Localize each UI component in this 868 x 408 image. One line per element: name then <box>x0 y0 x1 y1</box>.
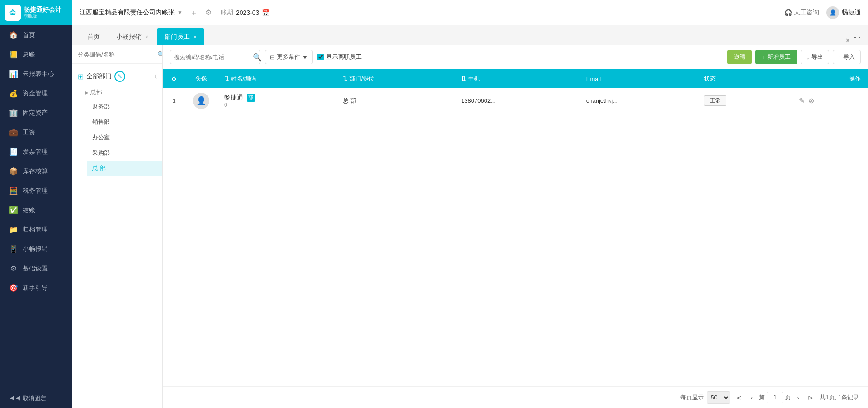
sidebar-label-6: 发票管理 <box>23 148 48 156</box>
expand-tabs-button[interactable]: ⛶ <box>854 37 861 45</box>
avatar: 👤 <box>826 6 839 19</box>
export-button[interactable]: ↓ 导出 <box>801 50 829 64</box>
table-row: 1 👤 畅捷通 部 0 总 部 <box>163 88 868 114</box>
tab-department-close[interactable]: × <box>193 34 197 40</box>
sidebar-item-3[interactable]: 💰资金管理 <box>0 84 72 103</box>
service-button[interactable]: 🎧 人工咨询 <box>784 9 819 17</box>
company-selector[interactable]: 江西服宝精品有限责任公司内账张 ▼ <box>80 9 183 17</box>
sidebar-item-8[interactable]: 🧮税务管理 <box>0 181 72 200</box>
topbar-right: 🎧 人工咨询 👤 畅捷通 <box>784 6 861 19</box>
dept-all-button[interactable]: ⊞ 全部部门 ✎ 《 <box>72 67 162 85</box>
th-phone[interactable]: ⇅ 手机 <box>454 69 579 88</box>
sidebar-label-9: 结账 <box>23 206 35 214</box>
th-avatar: 头像 <box>185 69 217 88</box>
dept-collapse-button[interactable]: 《 <box>151 73 157 81</box>
filter-label: 更多条件 <box>277 53 300 61</box>
dept-tree: ⊞ 全部部门 ✎ 《 ▶ 总部 财务部 销售部 <box>72 64 162 408</box>
tab-xiaochang[interactable]: 小畅报销 × <box>108 28 156 45</box>
th-dept-position[interactable]: ⇅ 部门/职位 <box>335 69 454 88</box>
show-resigned-checkbox[interactable]: 显示离职员工 <box>317 53 362 61</box>
filter-button[interactable]: ⊟ 更多条件 ▼ <box>265 50 313 64</box>
dept-item-sales[interactable]: 销售部 <box>87 114 162 130</box>
employee-search-icon[interactable]: 🔍 <box>253 53 262 62</box>
sidebar-item-0[interactable]: 🏠首页 <box>0 25 72 45</box>
dept-item-purchase[interactable]: 采购部 <box>87 145 162 161</box>
department-tree-panel: 🔍 ⊞ 全部部门 ✎ 《 ▶ 总部 财务部 <box>72 45 163 408</box>
sidebar-item-13[interactable]: 🎯新手引导 <box>0 278 72 298</box>
dept-item-finance[interactable]: 财务部 <box>87 99 162 114</box>
td-avatar: 👤 <box>185 88 217 114</box>
logout-icon[interactable]: ⊗ <box>808 96 814 105</box>
filter-icon: ⊟ <box>270 54 275 61</box>
employee-list-panel: 🔍 ⊟ 更多条件 ▼ 显示离职员工 邀请 + 新增员工 <box>163 45 868 408</box>
sidebar-item-10[interactable]: 📁归档管理 <box>0 220 72 239</box>
sidebar-item-11[interactable]: 📱小畅报销 <box>0 239 72 259</box>
sidebar-item-4[interactable]: 🏢固定资产 <box>0 103 72 123</box>
sidebar-label-2: 云报表中心 <box>23 70 54 78</box>
page-word: 第 <box>759 394 765 402</box>
close-all-tabs-button[interactable]: × <box>846 37 850 45</box>
first-page-button[interactable]: ⊲ <box>734 392 745 403</box>
employee-search-area: 🔍 <box>170 50 260 64</box>
company-dropdown-icon: ▼ <box>177 9 183 16</box>
employee-search-input[interactable] <box>174 54 250 61</box>
show-resigned-label: 显示离职员工 <box>326 53 362 61</box>
dept-item-office[interactable]: 办公室 <box>87 130 162 145</box>
tab-department[interactable]: 部门员工 × <box>157 28 204 45</box>
add-tab-button[interactable]: ＋ <box>188 7 200 18</box>
dept-search-icon[interactable]: 🔍 <box>157 51 163 58</box>
invite-button[interactable]: 邀请 <box>727 50 752 64</box>
dept-item-headquarters[interactable]: 总 部 <box>87 161 162 176</box>
sidebar-item-5[interactable]: 💼工资 <box>0 123 72 142</box>
sidebar: 会 畅捷通好会计 旗舰版 🏠首页📒总账📊云报表中心💰资金管理🏢固定资产💼工资🧾发… <box>0 0 72 408</box>
td-status: 正常 <box>697 88 792 114</box>
edit-icon[interactable]: ✎ <box>799 96 805 105</box>
next-page-button[interactable]: › <box>793 392 803 403</box>
page-suffix: 页 <box>785 394 791 402</box>
per-page-select[interactable]: 50 10 20 100 <box>707 391 730 404</box>
th-name-code[interactable]: ⇅ 姓名/编码 <box>217 69 335 88</box>
dept-zongbu-name: 总部 <box>90 88 102 96</box>
employee-dept-badge: 部 <box>247 94 255 102</box>
cancel-fixed-label: ◀◀ 取消固定 <box>9 394 46 403</box>
per-page-selector: 每页显示 50 10 20 100 <box>680 391 730 404</box>
sidebar-icon-4: 🏢 <box>9 109 18 117</box>
per-page-label: 每页显示 <box>680 394 704 402</box>
sidebar-item-9[interactable]: ✅结账 <box>0 200 72 220</box>
sidebar-item-6[interactable]: 🧾发票管理 <box>0 142 72 161</box>
sidebar-label-3: 资金管理 <box>23 90 48 98</box>
add-employee-button[interactable]: + 新增员工 <box>755 50 797 64</box>
sidebar-icon-7: 📦 <box>9 167 18 176</box>
td-dept: 总 部 <box>335 88 454 114</box>
employee-name: 畅捷通 部 <box>224 94 328 102</box>
calendar-icon[interactable]: 📅 <box>262 9 269 16</box>
tab-xiaochang-close[interactable]: × <box>145 34 148 40</box>
period-selector[interactable]: 账期 2023-03 📅 <box>221 9 269 17</box>
dept-search-area: 🔍 <box>72 45 162 64</box>
status-badge: 正常 <box>704 95 726 106</box>
user-menu[interactable]: 👤 畅捷通 <box>826 6 861 19</box>
th-gear[interactable]: ⚙ <box>163 69 185 88</box>
dept-edit-button[interactable]: ✎ <box>114 71 125 82</box>
dept-group-zongbu-label[interactable]: ▶ 总部 <box>80 85 162 99</box>
dept-office-label: 办公室 <box>92 133 110 142</box>
cancel-fixed-button[interactable]: ◀◀ 取消固定 <box>0 389 72 408</box>
sidebar-item-12[interactable]: ⚙基础设置 <box>0 259 72 278</box>
tab-home-label: 首页 <box>87 33 100 41</box>
settings-icon[interactable]: ⚙ <box>205 8 212 17</box>
sidebar-item-7[interactable]: 📦库存核算 <box>0 161 72 181</box>
sidebar-item-1[interactable]: 📒总账 <box>0 45 72 64</box>
sidebar-item-2[interactable]: 📊云报表中心 <box>0 64 72 84</box>
import-button[interactable]: ↑ 导入 <box>833 50 861 64</box>
dept-sales-label: 销售部 <box>92 118 110 126</box>
page-input[interactable] <box>767 392 783 403</box>
dept-search-input[interactable] <box>78 51 154 58</box>
add-employee-plus-icon: + <box>762 54 765 61</box>
logo-text: 畅捷通好会计 旗舰版 <box>24 6 61 20</box>
table-header-row: ⚙ 头像 ⇅ 姓名/编码 ⇅ 部门/职位 ⇅ 手机 Email 状态 操作 <box>163 69 868 88</box>
last-page-button[interactable]: ⊳ <box>805 392 816 403</box>
tab-home[interactable]: 首页 <box>80 28 108 45</box>
sidebar-icon-12: ⚙ <box>9 264 18 273</box>
prev-page-button[interactable]: ‹ <box>746 392 757 403</box>
resigned-checkbox-input[interactable] <box>317 54 324 60</box>
